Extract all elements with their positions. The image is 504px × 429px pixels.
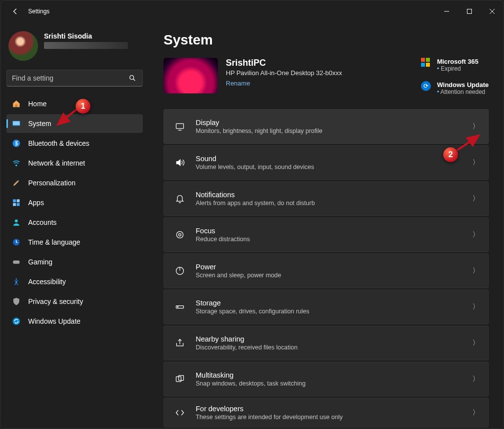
tile-focus[interactable]: FocusReduce distractions 〉 — [164, 217, 489, 252]
sidebar-item-label: Gaming — [28, 258, 52, 266]
sidebar-item-label: Personalization — [28, 179, 76, 187]
tile-title: Display — [196, 119, 472, 127]
maximize-button[interactable] — [458, 0, 481, 22]
profile[interactable]: Srishti Sisodia — [6, 27, 143, 67]
clock-icon — [11, 237, 21, 247]
tile-storage[interactable]: StorageStorage space, drives, configurat… — [164, 290, 489, 324]
page-title: System — [164, 32, 489, 48]
tile-sub: Reduce distractions — [196, 236, 472, 243]
m365-title: Microsoft 365 — [437, 58, 478, 65]
svg-rect-1 — [467, 9, 472, 14]
status-windows-update[interactable]: ⟳ Windows Update Attention needed — [421, 81, 489, 95]
sidebar-item-personalization[interactable]: Personalization — [6, 173, 143, 192]
chevron-right-icon: 〉 — [472, 194, 479, 203]
chevron-right-icon: 〉 — [472, 122, 479, 131]
tile-sub: Alerts from apps and system, do not dist… — [196, 200, 472, 207]
sidebar: Srishti Sisodia Home System — [0, 22, 149, 429]
sidebar-item-label: Home — [28, 100, 46, 108]
share-icon — [173, 338, 187, 348]
sidebar-item-label: Accessibility — [28, 278, 66, 286]
close-button[interactable] — [481, 0, 504, 22]
device-name: SrishtiPC — [226, 58, 342, 68]
device-model: HP Pavilion All-in-One Desktop 32-b0xxx — [226, 69, 342, 77]
annotation-arrow-2 — [454, 132, 484, 153]
sound-icon — [173, 158, 187, 168]
tile-title: Focus — [196, 227, 472, 235]
search-box[interactable] — [6, 70, 143, 86]
sidebar-item-label: Privacy & security — [28, 298, 83, 305]
tile-sub: Screen and sleep, power mode — [196, 272, 472, 279]
tile-title: Power — [196, 263, 472, 271]
status-m365[interactable]: Microsoft 365 Expired — [421, 58, 489, 72]
rename-link[interactable]: Rename — [226, 80, 342, 87]
tile-for-developers[interactable]: For developersThese settings are intende… — [164, 398, 489, 428]
multitasking-icon — [173, 374, 187, 384]
chevron-right-icon: 〉 — [472, 302, 479, 311]
svg-point-9 — [13, 140, 20, 147]
tile-power[interactable]: PowerScreen and sleep, power mode 〉 — [164, 254, 489, 288]
titlebar: Settings — [0, 0, 504, 22]
tile-title: For developers — [196, 405, 472, 413]
tile-sub: Storage space, drives, configuration rul… — [196, 308, 472, 315]
settings-tiles: DisplayMonitors, brightness, night light… — [164, 109, 489, 428]
power-icon — [173, 266, 187, 276]
sidebar-item-label: Apps — [28, 199, 44, 207]
bell-icon — [173, 194, 187, 204]
tile-sub: Snap windows, desktops, task switching — [196, 380, 472, 387]
svg-point-22 — [176, 231, 183, 238]
sidebar-item-bluetooth[interactable]: Bluetooth & devices — [6, 134, 143, 153]
svg-rect-12 — [17, 199, 20, 202]
microsoft-365-icon — [421, 58, 431, 68]
home-icon — [11, 99, 21, 109]
sidebar-item-network[interactable]: Network & internet — [6, 154, 143, 172]
svg-rect-11 — [13, 199, 16, 202]
sidebar-item-gaming[interactable]: Gaming — [6, 253, 143, 271]
wu-status: Attention needed — [437, 88, 489, 95]
system-icon — [11, 119, 21, 129]
paintbrush-icon — [11, 178, 21, 188]
chevron-right-icon: 〉 — [472, 158, 479, 167]
svg-point-15 — [15, 219, 18, 222]
chevron-right-icon: 〉 — [472, 339, 479, 347]
update-icon — [11, 316, 21, 326]
search-input[interactable] — [12, 74, 127, 82]
wifi-icon — [11, 158, 21, 168]
chevron-right-icon: 〉 — [472, 230, 479, 239]
device-thumbnail[interactable] — [164, 58, 218, 93]
minimize-button[interactable] — [435, 0, 458, 22]
svg-rect-13 — [13, 203, 16, 206]
tile-nearby-sharing[interactable]: Nearby sharingDiscoverability, received … — [164, 326, 489, 360]
windows-update-icon: ⟳ — [421, 81, 431, 91]
sidebar-item-windows-update[interactable]: Windows Update — [6, 312, 143, 331]
sidebar-item-accessibility[interactable]: Accessibility — [6, 272, 143, 291]
sidebar-item-privacy[interactable]: Privacy & security — [6, 292, 143, 311]
chevron-right-icon: 〉 — [472, 266, 479, 275]
avatar — [8, 31, 38, 61]
profile-name: Srishti Sisodia — [44, 32, 139, 40]
svg-point-19 — [13, 318, 20, 325]
tile-display[interactable]: DisplayMonitors, brightness, night light… — [164, 109, 489, 144]
window-title: Settings — [28, 8, 49, 15]
tile-title: Nearby sharing — [196, 335, 472, 343]
apps-icon — [11, 198, 21, 208]
tile-multitasking[interactable]: MultitaskingSnap windows, desktops, task… — [164, 362, 489, 396]
sidebar-item-apps[interactable]: Apps — [6, 193, 143, 212]
profile-email-redacted — [44, 42, 128, 49]
sidebar-item-label: Time & language — [28, 238, 80, 246]
tile-notifications[interactable]: NotificationsAlerts from apps and system… — [164, 181, 489, 216]
tile-sub: Monitors, brightness, night light, displ… — [196, 128, 472, 134]
tile-sub: Discoverability, received files location — [196, 344, 472, 351]
sidebar-item-time-language[interactable]: Time & language — [6, 233, 143, 252]
sidebar-item-accounts[interactable]: Accounts — [6, 213, 143, 232]
tile-sub: Volume levels, output, input, sound devi… — [196, 164, 472, 171]
tile-sound[interactable]: SoundVolume levels, output, input, sound… — [164, 145, 489, 180]
svg-point-18 — [16, 278, 17, 280]
bluetooth-icon — [11, 138, 21, 148]
shield-icon — [11, 297, 21, 306]
accessibility-icon — [11, 277, 21, 287]
chevron-right-icon: 〉 — [472, 375, 479, 384]
back-button[interactable] — [9, 5, 21, 17]
svg-point-23 — [179, 234, 181, 236]
display-icon — [173, 122, 187, 131]
svg-rect-20 — [176, 124, 184, 129]
